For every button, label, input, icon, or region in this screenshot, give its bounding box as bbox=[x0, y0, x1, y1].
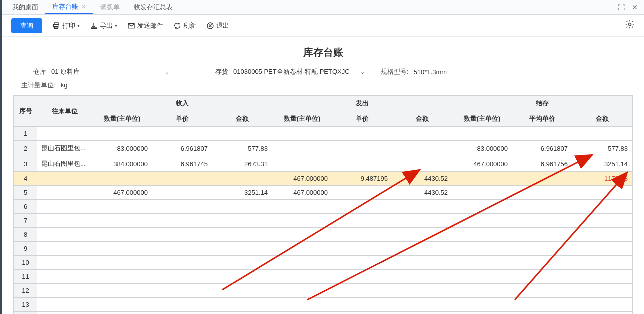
cell[interactable]: 83.000000 bbox=[92, 141, 152, 156]
tab-transfer-order[interactable]: 调拨单 bbox=[93, 0, 127, 14]
table-row[interactable]: 11 bbox=[14, 270, 632, 284]
col-party[interactable]: 往来单位 bbox=[37, 96, 92, 127]
cell[interactable] bbox=[332, 284, 392, 298]
cell[interactable] bbox=[212, 284, 272, 298]
settings-button[interactable] bbox=[625, 20, 635, 32]
cell[interactable] bbox=[212, 242, 272, 256]
cell[interactable] bbox=[392, 228, 452, 242]
cell[interactable] bbox=[152, 214, 212, 228]
cell[interactable] bbox=[272, 312, 332, 314]
query-button[interactable]: 查询 bbox=[11, 18, 42, 34]
export-button[interactable]: 导出 ▾ bbox=[90, 22, 117, 30]
cell[interactable]: 6 bbox=[14, 200, 37, 214]
cell[interactable] bbox=[572, 127, 632, 141]
cell[interactable] bbox=[392, 214, 452, 228]
table-row[interactable]: 8 bbox=[14, 228, 632, 242]
cell[interactable] bbox=[392, 298, 452, 312]
cell[interactable] bbox=[452, 228, 512, 242]
cell[interactable] bbox=[392, 242, 452, 256]
cell[interactable] bbox=[452, 284, 512, 298]
cell[interactable] bbox=[212, 172, 272, 186]
cell[interactable] bbox=[212, 127, 272, 141]
cell[interactable] bbox=[92, 242, 152, 256]
cell[interactable]: 12 bbox=[14, 284, 37, 298]
cell[interactable] bbox=[332, 214, 392, 228]
table-row[interactable]: 14 bbox=[14, 312, 632, 314]
print-button[interactable]: 打印 ▾ bbox=[52, 22, 80, 30]
cell[interactable] bbox=[332, 156, 392, 172]
cell[interactable] bbox=[212, 256, 272, 270]
cell[interactable] bbox=[512, 284, 572, 298]
cell[interactable] bbox=[452, 298, 512, 312]
cell[interactable] bbox=[332, 270, 392, 284]
exit-button[interactable]: 退出 bbox=[206, 22, 229, 30]
col-bal-amt[interactable]: 金额 bbox=[572, 112, 632, 127]
goods-select[interactable]: 01030005 PET全新卷材-特配 PETQXJC ⌄ bbox=[231, 66, 365, 78]
cell[interactable]: 4430.52 bbox=[392, 172, 452, 186]
cell[interactable]: 4 bbox=[14, 172, 37, 186]
cell[interactable] bbox=[512, 172, 572, 186]
cell[interactable]: 577.83 bbox=[212, 141, 272, 156]
cell[interactable]: 14 bbox=[14, 312, 37, 314]
fullscreen-icon[interactable]: ⛶ bbox=[618, 4, 625, 12]
cell[interactable]: 5 bbox=[14, 186, 37, 200]
cell[interactable] bbox=[392, 141, 452, 156]
cell[interactable] bbox=[392, 284, 452, 298]
cell[interactable] bbox=[152, 172, 212, 186]
cell[interactable] bbox=[512, 312, 572, 314]
cell[interactable] bbox=[92, 256, 152, 270]
cell[interactable] bbox=[272, 156, 332, 172]
col-in-amt[interactable]: 金额 bbox=[212, 112, 272, 127]
cell[interactable] bbox=[152, 200, 212, 214]
cell[interactable] bbox=[572, 228, 632, 242]
cell[interactable] bbox=[37, 214, 92, 228]
cell[interactable] bbox=[212, 228, 272, 242]
cell[interactable]: 6.961756 bbox=[512, 156, 572, 172]
table-row[interactable]: 10 bbox=[14, 256, 632, 270]
cell[interactable] bbox=[92, 127, 152, 141]
cell[interactable] bbox=[272, 256, 332, 270]
cell[interactable] bbox=[152, 186, 212, 200]
cell[interactable] bbox=[152, 256, 212, 270]
cell[interactable] bbox=[152, 228, 212, 242]
cell[interactable] bbox=[152, 312, 212, 314]
col-seq[interactable]: 序号 bbox=[14, 96, 37, 127]
cell[interactable] bbox=[92, 228, 152, 242]
cell[interactable] bbox=[272, 284, 332, 298]
cell[interactable] bbox=[92, 172, 152, 186]
cell[interactable]: 6.961807 bbox=[512, 141, 572, 156]
cell[interactable] bbox=[92, 298, 152, 312]
colgroup-bal[interactable]: 结存 bbox=[452, 96, 632, 112]
cell[interactable]: 3251.14 bbox=[572, 156, 632, 172]
table-row[interactable]: 7 bbox=[14, 214, 632, 228]
table-row[interactable]: 1 bbox=[14, 127, 632, 141]
cell[interactable] bbox=[572, 312, 632, 314]
warehouse-select[interactable]: 01 原料库 ⌄ bbox=[49, 66, 169, 78]
cell[interactable] bbox=[37, 242, 92, 256]
cell[interactable] bbox=[272, 200, 332, 214]
cell[interactable] bbox=[512, 242, 572, 256]
cell[interactable]: 2673.31 bbox=[212, 156, 272, 172]
cell[interactable] bbox=[512, 298, 572, 312]
cell[interactable] bbox=[452, 270, 512, 284]
cell[interactable] bbox=[92, 270, 152, 284]
cell[interactable] bbox=[92, 214, 152, 228]
col-out-amt[interactable]: 金额 bbox=[392, 112, 452, 127]
cell[interactable] bbox=[92, 312, 152, 314]
cell[interactable]: 11 bbox=[14, 270, 37, 284]
table-row[interactable]: 2昆山石图里包...83.0000006.961807577.8383.0000… bbox=[14, 141, 632, 156]
table-row[interactable]: 9 bbox=[14, 242, 632, 256]
cell[interactable] bbox=[152, 284, 212, 298]
cell[interactable] bbox=[452, 186, 512, 200]
cell[interactable] bbox=[332, 186, 392, 200]
tab-inventory-ledger[interactable]: 库存台账 ✕ bbox=[45, 0, 93, 14]
cell[interactable] bbox=[37, 270, 92, 284]
refresh-button[interactable]: 刷新 bbox=[173, 22, 196, 30]
cell[interactable] bbox=[392, 156, 452, 172]
cell[interactable] bbox=[512, 200, 572, 214]
cell[interactable] bbox=[272, 270, 332, 284]
cell[interactable] bbox=[452, 242, 512, 256]
cell[interactable] bbox=[332, 242, 392, 256]
cell[interactable] bbox=[572, 214, 632, 228]
cell[interactable]: 83.000000 bbox=[452, 141, 512, 156]
